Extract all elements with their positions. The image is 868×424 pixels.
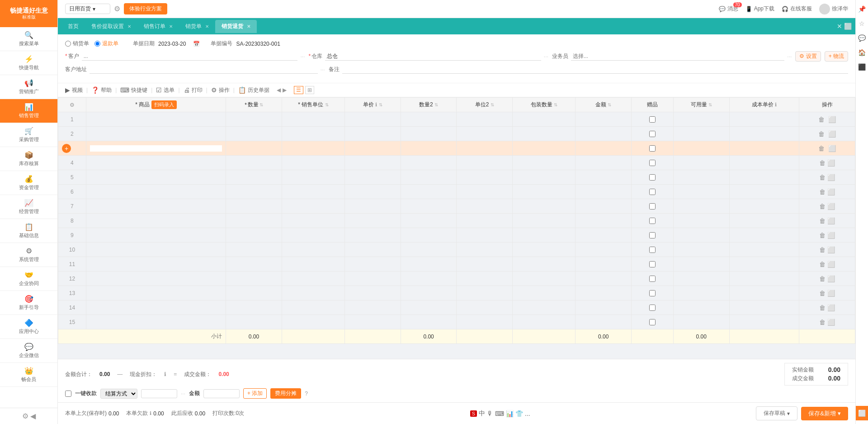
tab-sales-order-close-icon[interactable]: ✕ [169,24,173,29]
tab-sales-return-close-icon[interactable]: ✕ [247,24,250,29]
gift-checkbox-12[interactable] [649,276,656,282]
unit2-input-1[interactable] [460,116,509,123]
user-profile[interactable]: 徐泽华 [819,4,848,14]
logistics-btn[interactable]: + 物流 [825,51,848,62]
del-4[interactable]: 🗑 [819,159,826,167]
sidebar-collapse-btn[interactable]: ◀ [30,412,36,420]
gift-checkbox-2[interactable] [649,131,656,137]
copy-4[interactable]: ⬜ [827,159,835,167]
cost-info-icon[interactable]: ℹ [775,102,777,107]
payment-amount-input[interactable] [203,389,240,398]
gift-cell-2[interactable] [632,127,674,141]
right-panel-icon-2[interactable]: ☆ [857,18,867,29]
del-14[interactable]: 🗑 [819,304,826,311]
radio-return[interactable]: 退款单 [94,40,118,48]
online-service-btn[interactable]: 🎧 在线客服 [782,5,812,13]
scan-input-btn[interactable]: 扫码录入 [151,100,177,109]
amount-cell[interactable] [576,112,632,127]
gift-checkbox-5[interactable] [649,174,656,181]
ime-icon-1[interactable]: 中 [479,410,485,418]
topbar-gear-icon[interactable]: ⚙ [114,5,120,13]
message-btn[interactable]: 💬 消息 70 [719,5,738,13]
del-12[interactable]: 🗑 [819,275,826,282]
maximize-tab-icon[interactable]: ⬜ [844,23,852,30]
ime-icon-3[interactable]: ⌨ [495,410,504,417]
price-info-icon[interactable]: ℹ [375,102,377,107]
del-9[interactable]: 🗑 [819,232,826,239]
del-15[interactable]: 🗑 [819,319,826,326]
radio-return-input[interactable] [94,41,100,47]
unit2-cell[interactable] [457,112,513,127]
copy-9[interactable]: ⬜ [827,232,835,239]
del-13[interactable]: 🗑 [819,290,826,297]
sidebar-item-marketing[interactable]: 📢 营销推广 [0,75,57,99]
tab-sales-order[interactable]: 销售订单 ✕ [137,20,179,33]
sidebar-item-guide[interactable]: 🎯 新手引导 [0,291,57,315]
sidebar-item-operation[interactable]: 📈 经营管理 [0,195,57,219]
unit-cell[interactable] [282,112,344,127]
product-input-1[interactable] [90,116,222,123]
ime-icon-2[interactable]: 🎙 [487,410,493,417]
one-click-pay-checkbox[interactable] [65,391,71,397]
sidebar-item-member[interactable]: 👑 畅会员 [0,363,57,387]
del-7[interactable]: 🗑 [819,203,826,210]
sidebar-item-basic-info[interactable]: 📋 基础信息 [0,219,57,243]
payment-help-icon[interactable]: ? [305,391,308,397]
packqty-cell[interactable] [513,112,576,127]
experience-btn[interactable]: 体验行业方案 [124,3,167,14]
staff-dots[interactable]: ··· [787,53,792,60]
copy-13[interactable]: ⬜ [827,290,835,297]
sidebar-item-sales[interactable]: 📊 销售管理 [0,99,57,123]
delete-row-btn-3[interactable]: 🗑 [818,145,825,152]
copy-5[interactable]: ⬜ [827,174,835,181]
customer-dots[interactable]: ··· [300,53,305,60]
discount-info-icon[interactable]: ℹ [164,371,166,377]
customer-input[interactable] [82,52,298,61]
packqty-input-1[interactable] [516,116,571,123]
account-dots[interactable]: ··· [181,391,185,397]
delete-row-btn-1[interactable]: 🗑 [818,116,825,123]
owed-icon[interactable]: ℹ [150,410,151,416]
sidebar-item-weixin[interactable]: 💬 企业微信 [0,339,57,363]
del-6[interactable]: 🗑 [819,188,826,195]
account-input[interactable] [141,389,177,398]
add-row-btn[interactable]: + [62,144,71,153]
sidebar-item-shortcut[interactable]: ⚡ 快捷导航 [0,51,57,75]
gift-cell-3[interactable] [632,141,674,156]
operate-btn[interactable]: ⚙ 操作 [211,86,230,94]
copy-14[interactable]: ⬜ [827,304,835,311]
staff-input[interactable] [571,52,784,61]
product-input-3[interactable] [90,145,222,152]
tab-sales-return[interactable]: 销货退货 ✕ [215,20,257,33]
close-tab-icon[interactable]: ✕ [837,23,842,30]
sidebar-item-apps[interactable]: 🔷 应用中心 [0,315,57,339]
list-view-icon[interactable]: ☰ [294,86,303,94]
sidebar-item-system[interactable]: ⚙ 系统管理 [0,243,57,267]
tab-price-close-icon[interactable]: ✕ [127,24,131,29]
gift-checkbox-3[interactable] [649,145,656,152]
sidebar-settings-btn[interactable]: ⚙ [22,412,28,420]
price-cell[interactable] [345,112,401,127]
shortcut-btn[interactable]: ⌨ 快捷键 [120,86,147,94]
ime-icon-6[interactable]: ... [525,410,530,417]
print-btn[interactable]: 🖨 打印 [184,86,203,94]
warehouse-input[interactable] [325,52,541,61]
sidebar-item-purchase[interactable]: 🛒 采购管理 [0,123,57,147]
gift-checkbox-11[interactable] [649,261,656,267]
warehouse-dots[interactable]: ··· [544,53,548,60]
address-input[interactable] [90,65,318,74]
gift-checkbox-7[interactable] [649,203,656,210]
gift-checkbox-1[interactable] [649,116,656,123]
qty-cell[interactable] [226,112,282,127]
product-cell-3[interactable] [86,141,226,156]
qty2-cell[interactable] [401,112,457,127]
sidebar-item-enterprise[interactable]: 🤝 企业协同 [0,267,57,291]
select-btn[interactable]: ☑ 选单 [156,86,175,94]
sidebar-item-inventory[interactable]: 📦 库存核算 [0,147,57,171]
tab-home[interactable]: 首页 [61,20,85,33]
tab-sales[interactable]: 销货单 ✕ [179,20,215,33]
product-cell[interactable] [86,112,226,127]
copy-row-btn-3[interactable]: ⬜ [828,145,836,152]
del-5[interactable]: 🗑 [819,174,826,181]
del-11[interactable]: 🗑 [819,261,826,268]
